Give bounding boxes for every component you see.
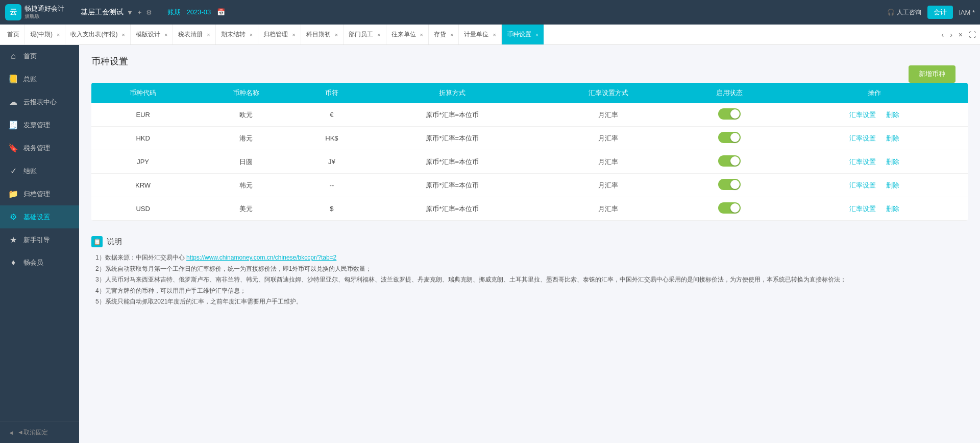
help-button[interactable]: 🎧 人工咨询 bbox=[887, 8, 921, 17]
delete-link[interactable]: 删除 bbox=[886, 134, 899, 142]
tab-prev-button[interactable]: ‹ bbox=[939, 30, 946, 40]
tab-label: 部门员工 bbox=[349, 30, 373, 39]
tab-template-design[interactable]: 模版设计 × bbox=[131, 25, 173, 44]
tab-label: 收入支出表(年报) bbox=[70, 30, 117, 39]
tab-home[interactable]: 首页 bbox=[2, 25, 25, 44]
header-row: 币种设置 新增币种 bbox=[91, 55, 968, 76]
tab-close-icon[interactable]: × bbox=[493, 32, 496, 38]
rate-settings-link[interactable]: 汇率设置 bbox=[849, 181, 876, 189]
cloud-icon: ☁ bbox=[8, 97, 18, 107]
tab-close-icon[interactable]: × bbox=[450, 32, 453, 38]
tab-close-icon[interactable]: × bbox=[207, 32, 210, 38]
delete-link[interactable]: 删除 bbox=[886, 205, 899, 213]
sidebar-item-member[interactable]: ♦ 畅会员 bbox=[0, 251, 79, 274]
top-bar-right: 🎧 人工咨询 会计 iAM * bbox=[887, 6, 975, 19]
tab-close-icon[interactable]: × bbox=[420, 32, 423, 38]
rate-settings-link[interactable]: 汇率设置 bbox=[849, 134, 876, 142]
account-button[interactable]: 会计 bbox=[927, 6, 953, 19]
status-toggle[interactable] bbox=[718, 179, 741, 190]
checkout-icon: ✓ bbox=[8, 166, 18, 176]
rate-settings-link[interactable]: 汇率设置 bbox=[849, 205, 876, 213]
cell-name: 韩元 bbox=[194, 174, 298, 197]
tab-close-icon[interactable]: × bbox=[250, 32, 253, 38]
cell-status bbox=[678, 150, 781, 174]
sidebar-item-label: 新手引导 bbox=[23, 236, 50, 245]
notes-list-item: 5）系统只能自动抓取2021年度后的汇率，之前年度汇率需要用户手工维护。 bbox=[95, 296, 968, 308]
tab-unit[interactable]: 计量单位 × bbox=[459, 25, 501, 44]
cell-actions: 汇率设置 删除 bbox=[781, 127, 968, 150]
delete-link[interactable]: 删除 bbox=[886, 111, 899, 119]
rate-settings-link[interactable]: 汇率设置 bbox=[849, 158, 876, 166]
sidebar-item-archive[interactable]: 📁 归档管理 bbox=[0, 182, 79, 205]
sidebar-item-settings[interactable]: ⚙ 基础设置 bbox=[0, 205, 79, 228]
rate-settings-link[interactable]: 汇率设置 bbox=[849, 111, 876, 119]
tab-close-icon[interactable]: × bbox=[377, 32, 380, 38]
cell-code: KRW bbox=[91, 174, 194, 197]
tab-label: 模版设计 bbox=[136, 30, 160, 39]
tab-inventory[interactable]: 存货 × bbox=[429, 25, 459, 44]
cell-code: EUR bbox=[91, 103, 194, 127]
new-currency-button[interactable]: 新增币种 bbox=[909, 65, 955, 83]
add-project-icon[interactable]: ＋ bbox=[136, 8, 143, 17]
page-title: 币种设置 bbox=[91, 55, 128, 67]
content-area: 币种设置 新增币种 币种代码 币种名称 币符 折算方式 汇率设置方式 启用状态 … bbox=[79, 45, 980, 443]
status-toggle[interactable] bbox=[718, 132, 741, 143]
tab-subject-init[interactable]: 科目期初 × bbox=[301, 25, 344, 44]
sidebar-item-checkout[interactable]: ✓ 结账 bbox=[0, 159, 79, 182]
status-toggle[interactable] bbox=[718, 202, 741, 214]
delete-link[interactable]: 删除 bbox=[886, 181, 899, 189]
tab-close-icon[interactable]: × bbox=[164, 32, 167, 38]
period-info: 账期 2023-03 📅 bbox=[165, 8, 227, 17]
logo-text: 畅捷通好会计 bbox=[24, 5, 64, 13]
tab-dept-staff[interactable]: 部门员工 × bbox=[344, 25, 386, 44]
delete-link[interactable]: 删除 bbox=[886, 158, 899, 166]
tab-currency[interactable]: 币种设置 × bbox=[502, 25, 544, 44]
top-bar: 云 畅捷通好会计 旗舰版 基层工会测试 ▼ ＋ ⚙ 账期 2023-03 📅 🎧… bbox=[0, 0, 980, 25]
sidebar-item-label: 基础设置 bbox=[23, 213, 50, 222]
tab-label: 归档管理 bbox=[263, 30, 288, 39]
tab-income-report[interactable]: 收入支出表(年报) × bbox=[65, 25, 130, 44]
cell-code: HKD bbox=[91, 127, 194, 150]
settings-icon[interactable]: ⚙ bbox=[146, 9, 152, 16]
sidebar-pin-toggle[interactable]: ◄ ◄取消固定 bbox=[0, 422, 79, 443]
tab-period-close[interactable]: 期末结转 × bbox=[216, 25, 258, 44]
sidebar-item-label: 发票管理 bbox=[23, 121, 50, 130]
sidebar-item-tax[interactable]: 🔖 税务管理 bbox=[0, 136, 79, 159]
cell-name: 日圆 bbox=[194, 150, 298, 174]
tab-close-icon[interactable]: × bbox=[335, 32, 338, 38]
col-rate-type: 汇率设置方式 bbox=[539, 83, 677, 103]
sidebar-item-home[interactable]: ⌂ 首页 bbox=[0, 45, 79, 67]
tab-close-icon[interactable]: × bbox=[292, 32, 295, 38]
tab-current-period[interactable]: 现(中期) × bbox=[25, 25, 65, 44]
tab-label: 计量单位 bbox=[464, 30, 488, 39]
notes-link[interactable]: https://www.chinamoney.com.cn/chinese/bk… bbox=[186, 254, 336, 261]
status-toggle[interactable] bbox=[718, 155, 741, 167]
tab-contacts[interactable]: 往来单位 × bbox=[386, 25, 429, 44]
sidebar-item-ledger[interactable]: 📒 总账 bbox=[0, 67, 79, 90]
user-label: iAM * bbox=[959, 9, 975, 16]
tab-tax-book[interactable]: 税表清册 × bbox=[173, 25, 215, 44]
toggle-thumb bbox=[730, 109, 740, 119]
status-toggle[interactable] bbox=[718, 108, 741, 120]
tab-archive[interactable]: 归档管理 × bbox=[258, 25, 301, 44]
toggle-thumb bbox=[730, 203, 740, 213]
tab-close-icon[interactable]: × bbox=[121, 32, 125, 38]
project-dropdown-icon[interactable]: ▼ bbox=[127, 9, 133, 16]
cell-actions: 汇率设置 删除 bbox=[781, 150, 968, 174]
calendar-icon[interactable]: 📅 bbox=[217, 8, 225, 16]
cell-calc: 原币*汇率=本位币 bbox=[365, 174, 539, 197]
home-icon: ⌂ bbox=[8, 52, 18, 61]
tab-maximize-button[interactable]: ⛶ bbox=[967, 30, 978, 40]
project-info: 基层工会测试 ▼ ＋ ⚙ 账期 2023-03 📅 bbox=[81, 8, 883, 17]
sidebar-item-reports[interactable]: ☁ 云报表中心 bbox=[0, 90, 79, 113]
sidebar-item-invoice[interactable]: 🧾 发票管理 bbox=[0, 113, 79, 136]
toggle-track bbox=[718, 108, 741, 120]
settings-icon: ⚙ bbox=[8, 212, 18, 222]
tab-next-button[interactable]: › bbox=[948, 30, 954, 40]
toggle-thumb bbox=[730, 180, 740, 189]
sidebar-item-guide[interactable]: ★ 新手引导 bbox=[0, 228, 79, 251]
cell-name: 美元 bbox=[194, 197, 298, 221]
tab-close-icon[interactable]: × bbox=[535, 32, 538, 38]
tab-close-all-button[interactable]: × bbox=[957, 30, 965, 40]
tab-close-icon[interactable]: × bbox=[57, 32, 60, 38]
